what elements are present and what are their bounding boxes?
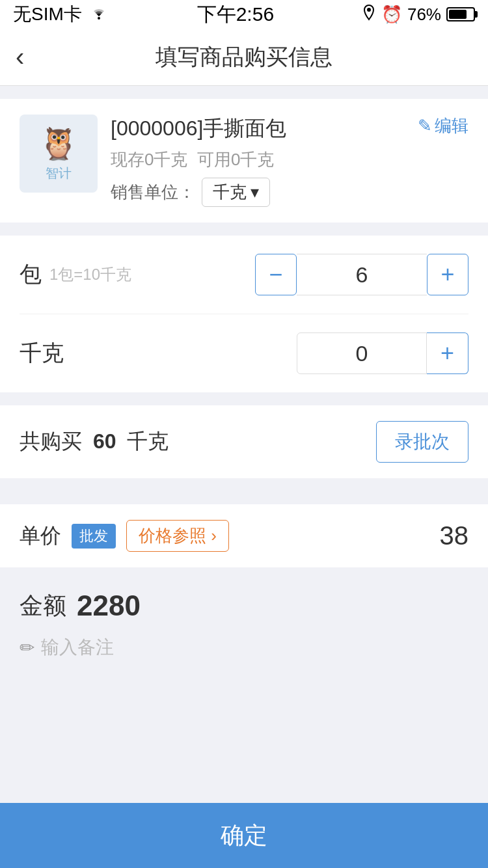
note-row[interactable]: ✏ 输入备注 xyxy=(20,629,468,666)
price-value: 38 xyxy=(440,521,469,550)
status-right: ⏰ 76% xyxy=(362,4,475,25)
status-bar: 无SIM卡 下午2:56 ⏰ 76% xyxy=(0,0,488,29)
product-name: [0000006]手撕面包 xyxy=(111,115,286,143)
alarm-icon: ⏰ xyxy=(381,5,402,25)
total-value: 60 xyxy=(93,429,116,453)
note-placeholder: 输入备注 xyxy=(41,635,114,660)
amount-row: 金额 2280 xyxy=(20,583,468,629)
edit-icon: ✎ xyxy=(418,116,432,136)
section-divider-1 xyxy=(0,223,488,236)
product-info: [0000006]手撕面包 ✎ 编辑 现存0千克 可用0千克 销售单位： 千克 … xyxy=(111,115,468,207)
svg-point-1 xyxy=(367,8,371,12)
total-section: 共购买 60 千克 录批次 xyxy=(0,405,488,478)
battery-text: 76% xyxy=(407,5,441,25)
status-time: 下午2:56 xyxy=(197,1,274,28)
amount-value: 2280 xyxy=(77,590,141,622)
price-label: 单价 xyxy=(20,522,61,550)
confirm-text: 确定 xyxy=(221,820,267,852)
quantity-bag-control: − + xyxy=(255,254,468,295)
quantity-bag-label: 包 1包=10千克 xyxy=(20,260,131,290)
product-thumb-icon: 🦉 xyxy=(39,126,78,162)
bag-minus-button[interactable]: − xyxy=(255,254,297,295)
quantity-section: 包 1包=10千克 − + 千克 + xyxy=(0,236,488,392)
product-unit-row: 销售单位： 千克 ▾ xyxy=(111,178,468,207)
amount-section: 金额 2280 ✏ 输入备注 xyxy=(0,567,488,673)
bag-quantity-input[interactable] xyxy=(297,254,427,295)
product-thumbnail: 🦉 智计 xyxy=(20,115,98,193)
amount-label: 金额 xyxy=(20,590,66,622)
nav-bar: ‹ 填写商品购买信息 xyxy=(0,29,488,86)
page-title: 填写商品购买信息 xyxy=(156,42,332,72)
quantity-kg-label: 千克 xyxy=(20,338,64,368)
carrier-text: 无SIM卡 xyxy=(13,2,82,27)
price-row: 单价 批发 价格参照 › 38 xyxy=(20,520,468,552)
unit-selector[interactable]: 千克 ▾ xyxy=(202,178,270,207)
batch-button[interactable]: 录批次 xyxy=(376,421,468,463)
back-button[interactable]: ‹ xyxy=(16,42,24,72)
bag-plus-button[interactable]: + xyxy=(427,254,468,295)
product-card: 🦉 智计 [0000006]手撕面包 ✎ 编辑 现存0千克 可用0千克 销售单位… xyxy=(0,99,488,223)
wifi-icon xyxy=(88,4,109,25)
pencil-icon: ✏ xyxy=(20,637,34,658)
chevron-down-icon: ▾ xyxy=(251,182,259,202)
quantity-bag-hint: 1包=10千克 xyxy=(49,264,131,285)
status-left: 无SIM卡 xyxy=(13,2,109,27)
confirm-bar[interactable]: 确定 xyxy=(0,803,488,868)
product-thumb-label: 智计 xyxy=(46,165,72,182)
kg-quantity-input[interactable] xyxy=(297,332,427,374)
product-stock: 现存0千克 可用0千克 xyxy=(111,148,468,171)
quantity-bag-row: 包 1包=10千克 − + xyxy=(20,236,468,314)
total-text: 共购买 60 千克 xyxy=(20,427,169,456)
svg-point-0 xyxy=(98,17,100,20)
price-tag: 批发 xyxy=(72,524,116,549)
edit-button[interactable]: ✎ 编辑 xyxy=(418,115,468,137)
price-section: 单价 批发 价格参照 › 38 xyxy=(0,504,488,567)
section-divider-2 xyxy=(0,478,488,491)
kg-plus-button[interactable]: + xyxy=(427,332,468,374)
location-icon xyxy=(362,4,376,25)
price-ref-button[interactable]: 价格参照 › xyxy=(126,520,229,552)
quantity-kg-row: 千克 + xyxy=(20,314,468,392)
battery-icon xyxy=(446,7,475,21)
quantity-kg-control: + xyxy=(297,332,468,374)
